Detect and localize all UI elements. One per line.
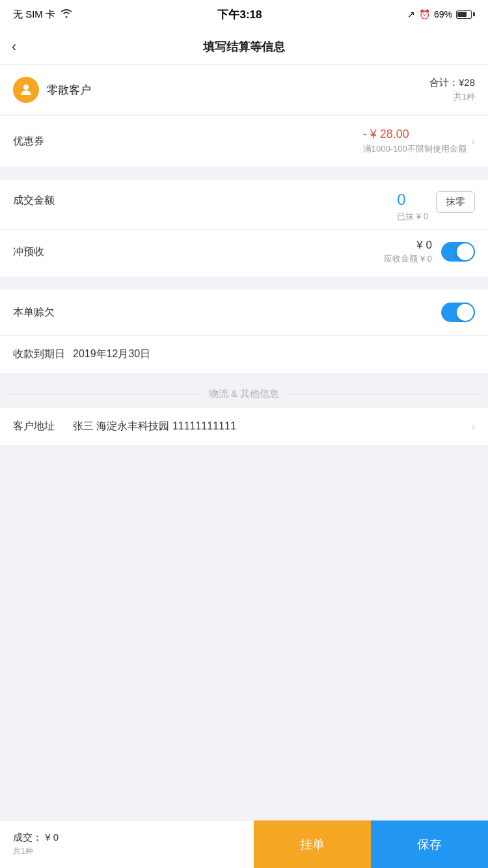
main-content: 零散客户 合计：¥28 共1种 优惠券 - ¥ 28.00 满1000-100不… <box>0 65 488 504</box>
status-bar: 无 SIM 卡 下午3:18 ↗ ⏰ 69% <box>0 0 488 29</box>
amount-value-block: 0 已抹 ¥ 0 <box>397 191 428 223</box>
customer-total: 合计：¥28 <box>429 77 475 89</box>
address-chevron-icon: › <box>472 421 475 433</box>
divider-1 <box>0 173 488 180</box>
customer-row: 零散客户 合计：¥28 共1种 <box>0 65 488 115</box>
debt-toggle[interactable] <box>441 303 475 322</box>
prepay-label: 冲预收 <box>13 245 44 259</box>
customer-avatar <box>13 77 39 103</box>
amount-sub: 已抹 ¥ 0 <box>397 211 428 223</box>
wifi-icon <box>61 9 72 20</box>
battery-icon <box>456 10 475 19</box>
bottom-summary: 成交： ¥ 0 共1种 <box>0 832 254 857</box>
coupon-chevron-icon: › <box>472 135 475 147</box>
coupon-discount: - ¥ 28.00 <box>363 128 467 141</box>
logistics-text: 物流 & 其他信息 <box>209 388 279 400</box>
customer-count: 共1种 <box>429 91 475 103</box>
coupon-right-info: - ¥ 28.00 满1000-100不限制使用金额 <box>363 128 467 155</box>
address-row[interactable]: 客户地址 张三 海淀永丰科技园 11111111111 › <box>0 408 488 445</box>
address-section: 客户地址 张三 海淀永丰科技园 11111111111 › <box>0 408 488 445</box>
status-left: 无 SIM 卡 <box>13 8 72 21</box>
coupon-row[interactable]: 优惠券 - ¥ 28.00 满1000-100不限制使用金额 › <box>0 115 488 167</box>
amount-row: 成交金额 0 已抹 ¥ 0 抹零 <box>0 180 488 229</box>
debt-section: 本单赊欠 收款到期日 2019年12月30日 <box>0 290 488 373</box>
address-value: 张三 海淀永丰科技园 11111111111 <box>73 420 472 433</box>
round-zero-button[interactable]: 抹零 <box>436 191 475 213</box>
debt-label: 本单赊欠 <box>13 306 55 319</box>
bottom-bar: 成交： ¥ 0 共1种 挂单 保存 <box>0 820 488 868</box>
customer-right: 合计：¥28 共1种 <box>429 77 475 103</box>
nav-bar: ‹ 填写结算等信息 <box>0 29 488 65</box>
prepay-amount-block: ¥ 0 应收金额 ¥ 0 <box>384 239 432 265</box>
prepay-toggle[interactable] <box>441 242 475 262</box>
prepay-sub: 应收金额 ¥ 0 <box>384 253 432 265</box>
duedate-row: 收款到期日 2019年12月30日 <box>0 335 488 373</box>
status-right: ↗ ⏰ 69% <box>407 9 475 20</box>
hold-button[interactable]: 挂单 <box>254 821 371 869</box>
customer-left: 零散客户 <box>13 77 91 103</box>
prepay-right: ¥ 0 应收金额 ¥ 0 <box>384 239 475 265</box>
divider-2 <box>0 283 488 290</box>
page-title: 填写结算等信息 <box>203 39 285 55</box>
bottom-spacer <box>0 452 488 504</box>
prepay-amount: ¥ 0 <box>384 239 432 252</box>
amount-right: 0 已抹 ¥ 0 抹零 <box>397 191 475 223</box>
no-sim-label: 无 SIM 卡 <box>13 8 55 21</box>
bottom-summary-sub: 共1种 <box>13 846 241 857</box>
logistics-divider: 物流 & 其他信息 <box>0 379 488 408</box>
customer-section: 零散客户 合计：¥28 共1种 优惠券 - ¥ 28.00 满1000-100不… <box>0 65 488 167</box>
customer-name: 零散客户 <box>47 83 91 98</box>
bottom-summary-main: 成交： ¥ 0 <box>13 832 241 844</box>
coupon-description: 满1000-100不限制使用金额 <box>363 143 467 155</box>
back-button[interactable]: ‹ <box>12 38 16 55</box>
amount-value: 0 <box>397 191 428 208</box>
logistics-line-right <box>287 394 480 394</box>
alarm-icon: ⏰ <box>419 9 430 20</box>
save-button[interactable]: 保存 <box>371 821 488 869</box>
location-icon: ↗ <box>407 9 415 20</box>
battery-percent: 69% <box>434 9 452 20</box>
amount-section: 成交金额 0 已抹 ¥ 0 抹零 冲预收 ¥ 0 应收金额 ¥ 0 <box>0 180 488 277</box>
status-time: 下午3:18 <box>217 7 262 22</box>
duedate-value: 2019年12月30日 <box>73 347 150 361</box>
prepay-row: 冲预收 ¥ 0 应收金额 ¥ 0 <box>0 229 488 277</box>
coupon-label: 优惠券 <box>13 135 44 148</box>
duedate-label: 收款到期日 <box>13 347 65 361</box>
amount-label: 成交金额 <box>13 191 55 208</box>
logistics-line-left <box>8 394 201 394</box>
address-label: 客户地址 <box>13 420 65 433</box>
svg-point-0 <box>23 85 29 90</box>
debt-row: 本单赊欠 <box>0 290 488 335</box>
